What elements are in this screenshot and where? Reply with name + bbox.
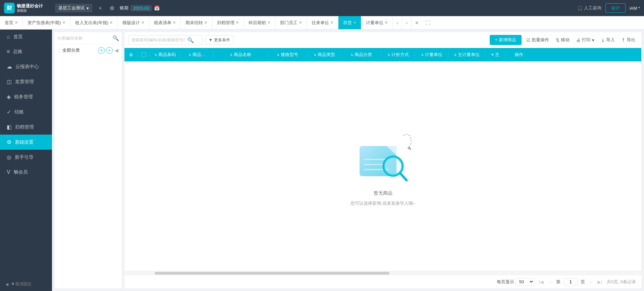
more-filter-button[interactable]: ▼ 更多条件	[205, 35, 234, 45]
tab-unit[interactable]: 计量单位 ✕	[361, 16, 393, 29]
th-type[interactable]: ⇅ 商品类型	[308, 52, 341, 58]
tab-dept[interactable]: 部门员工 ✕	[275, 16, 307, 29]
tab-tax-close[interactable]: ✕	[173, 20, 176, 25]
next-page-btn[interactable]: ›	[588, 279, 593, 285]
tab-tax[interactable]: 税表清单 ✕	[149, 16, 181, 29]
sidebar-item-reports[interactable]: ☁ 云报表中心	[0, 59, 52, 74]
th-config[interactable]: ⚙	[124, 52, 138, 57]
batch-action-button[interactable]: ☑ 批量操作	[524, 36, 551, 44]
th-checkbox[interactable]	[138, 52, 150, 57]
move-label: 移动	[561, 37, 570, 43]
goods-search-input[interactable]	[131, 38, 185, 42]
th-name-label: 商品名称	[234, 52, 251, 58]
import-button[interactable]: ⤓ 导入	[599, 36, 617, 44]
tab-balance[interactable]: 资产负债表(中期) ✕	[23, 16, 70, 29]
page-number-input[interactable]	[564, 278, 577, 285]
th-action-label: 操作	[515, 52, 523, 58]
tab-inventory-close[interactable]: ✕	[353, 20, 356, 25]
add-goods-button[interactable]: + 新增商品	[490, 35, 522, 45]
calendar-icon[interactable]: 📅	[154, 5, 160, 11]
collapse-panel-btn[interactable]: ◀	[115, 48, 118, 53]
sidebar-item-member[interactable]: V 畅会员	[0, 165, 52, 180]
company-selector[interactable]: 基层工会测试 ▾	[55, 4, 92, 12]
sort-icon-4: ⇅	[277, 53, 279, 57]
svg-line-8	[400, 173, 407, 180]
tab-archive-close[interactable]: ✕	[236, 20, 239, 25]
sidebar-item-home[interactable]: ⌂ 首页	[0, 30, 52, 44]
service-label: 人工咨询	[584, 5, 601, 11]
sidebar-item-settings[interactable]: ⚙ 基础设置	[0, 135, 52, 150]
sort-icon-2: ⇅	[189, 53, 191, 57]
pagination-bar: 每页显示 20 50 100 200 |◀ ‹ 第 页 › ▶|	[124, 275, 641, 288]
empty-illustration	[350, 126, 417, 186]
service-button[interactable]: 🎧 人工咨询	[577, 5, 601, 11]
tab-template[interactable]: 模版设计 ✕	[118, 16, 149, 29]
first-page-btn[interactable]: |◀	[538, 279, 545, 285]
th-category[interactable]: ⇅ 商品分类	[341, 52, 381, 58]
tab-home-label: 首页	[5, 20, 13, 26]
prev-page-btn[interactable]: ‹	[548, 279, 553, 285]
tab-archive[interactable]: 归档管理 ✕	[212, 16, 244, 29]
cloud-icon: ☁	[7, 63, 12, 70]
page-label: 第	[556, 279, 560, 285]
edit-category-icon[interactable]: ✎	[98, 47, 105, 54]
th-name[interactable]: ⇅ 商品名称	[214, 52, 267, 58]
tab-home[interactable]: 首页 ✕	[0, 16, 23, 29]
move-button[interactable]: ⇅ 移动	[554, 36, 572, 44]
th-barcode[interactable]: ⇅ 商品条码	[150, 52, 180, 58]
th-main-unit[interactable]: ⇅ 主计量单位	[448, 52, 485, 58]
empty-state: 暂无商品 您可以选择新增,或者直接导入哦~	[124, 61, 641, 271]
scroll-thumb[interactable]	[155, 272, 389, 275]
add-category-icon[interactable]: ＋	[106, 47, 113, 54]
search-icon[interactable]: 🔍	[187, 37, 194, 43]
tab-next-btn[interactable]: ›	[402, 16, 412, 29]
sidebar-item-tax[interactable]: ◈ 税务管理	[0, 89, 52, 104]
per-page-dropdown[interactable]: 20 50 100 200	[516, 278, 534, 286]
category-search-input[interactable]	[57, 36, 110, 41]
last-page-btn[interactable]: ▶|	[596, 279, 604, 285]
export-button[interactable]: ⤒ 导出	[620, 36, 637, 44]
tab-unit-close[interactable]: ✕	[385, 20, 388, 25]
iam-label: iAM *	[630, 6, 640, 11]
sidebar-item-settings-label: 基础设置	[15, 139, 34, 145]
tab-period[interactable]: 期末结转 ✕	[181, 16, 212, 29]
tab-balance-close[interactable]: ✕	[62, 20, 65, 25]
left-panel: 🔍 :: 全部分类 ✎ ＋ ◀	[55, 32, 122, 288]
th-unit[interactable]: ⇅ 计量单位	[415, 52, 448, 58]
tab-dept-close[interactable]: ✕	[299, 20, 302, 25]
tab-close-all-btn[interactable]: ✕	[412, 16, 422, 29]
tab-period-close[interactable]: ✕	[204, 20, 207, 25]
app-sub: 旗舰版	[17, 9, 43, 13]
all-category-label[interactable]: 全部分类	[62, 47, 96, 53]
tab-home-close[interactable]: ✕	[15, 20, 18, 25]
sidebar-item-archive[interactable]: ◧ 归档管理	[0, 119, 52, 135]
tab-template-close[interactable]: ✕	[141, 20, 144, 25]
tab-contacts[interactable]: 往来单位 ✕	[307, 16, 338, 29]
add-tab-icon[interactable]: ＋	[96, 3, 104, 13]
period-value[interactable]: 2023-03	[130, 5, 152, 11]
account-button[interactable]: 会计	[605, 3, 626, 13]
print-button[interactable]: 🖨 打印 ▾	[574, 36, 596, 44]
tab-income-close[interactable]: ✕	[110, 20, 113, 25]
sidebar-item-invoice[interactable]: ◫ 发票管理	[0, 74, 52, 89]
sidebar-item-guide[interactable]: ◎ 新手引导	[0, 150, 52, 165]
category-search-icon[interactable]: 🔍	[112, 35, 119, 41]
th-more[interactable]: ≡ 主	[485, 52, 505, 58]
tab-income[interactable]: 收入支出表(年报) ✕	[70, 16, 118, 29]
tab-subjects[interactable]: 科目期初 ✕	[244, 16, 275, 29]
tab-inventory[interactable]: 存货 ✕	[338, 16, 361, 29]
cancel-pin-button[interactable]: ◀ ◀ 取消固定	[0, 277, 52, 291]
table-scrollbar[interactable]	[124, 271, 641, 275]
sidebar-item-ledger[interactable]: ≡ 总账	[0, 44, 52, 59]
th-price-method[interactable]: ⇅ 计价方式	[381, 52, 415, 58]
tab-prev-btn[interactable]: ‹	[393, 16, 402, 29]
tab-subjects-close[interactable]: ✕	[267, 20, 270, 25]
settings-icon[interactable]: ⚙	[108, 4, 116, 13]
th-spec[interactable]: ⇅ 规格型号	[267, 52, 308, 58]
tab-contacts-close[interactable]: ✕	[330, 20, 333, 25]
th-action: 操作	[505, 52, 532, 58]
tab-expand-btn[interactable]: ⛶	[422, 16, 433, 29]
select-all-checkbox[interactable]	[142, 52, 146, 57]
sidebar-item-close[interactable]: ✓ 结账	[0, 104, 52, 119]
th-code[interactable]: ⇅ 商品...	[180, 52, 214, 58]
